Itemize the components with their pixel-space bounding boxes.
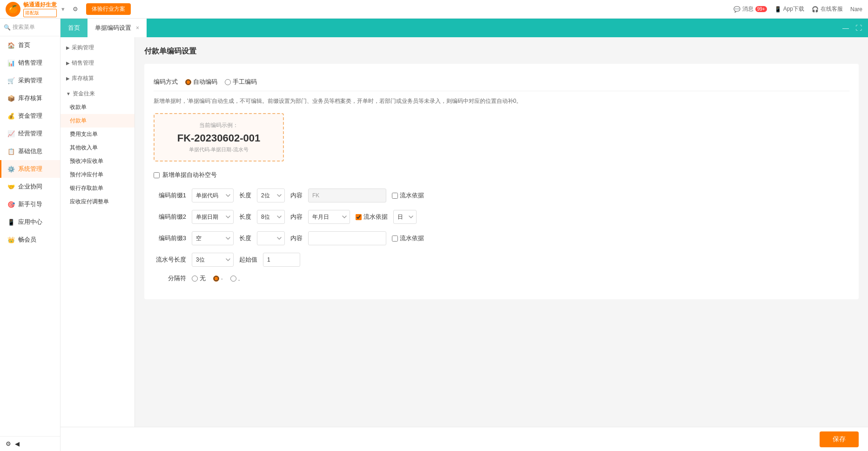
sub-item-payable-adj[interactable]: 应收应付调整单 [61, 195, 135, 209]
tab-setting[interactable]: 单据编码设置 × [87, 19, 147, 37]
separator-dot-radio[interactable]: · [213, 275, 223, 282]
length-3-select[interactable] [257, 231, 285, 245]
sidebar-bottom: ⚙ ◀ [0, 436, 60, 451]
collapse-icon[interactable]: ◀ [15, 440, 20, 447]
search-menu[interactable]: 🔍 搜索菜单 [0, 19, 60, 36]
separator-dot-input[interactable] [213, 276, 219, 282]
sidebar-item-sales[interactable]: 📊 销售管理 [0, 54, 60, 72]
prefix-2-label: 编码前缀2 [154, 213, 186, 221]
serial-1-checkbox-input[interactable] [392, 193, 398, 199]
tab-close-icon[interactable]: × [136, 25, 139, 31]
sidebar-item-base[interactable]: 📋 基础信息 [0, 142, 60, 160]
sidebar-item-collab[interactable]: 🤝 企业协同 [0, 178, 60, 195]
sub-item-bank-deposit[interactable]: 银行存取款单 [61, 182, 135, 195]
separator-row: 分隔符 无 · . [154, 274, 849, 283]
start-value-input[interactable] [263, 253, 300, 267]
serial-2-checkbox-input[interactable] [356, 214, 362, 220]
sidebar-item-guide[interactable]: 🎯 新手引导 [0, 195, 60, 213]
prefix-1-label: 编码前缀1 [154, 191, 186, 200]
tab-expand-icon[interactable]: ⛶ [853, 22, 864, 34]
sub-item-other-income[interactable]: 其他收入单 [61, 141, 135, 155]
sub-group-inventory: ▶ 库存核算 [61, 72, 135, 85]
prefix-3-select[interactable]: 空 [192, 231, 234, 245]
main-content: 付款单编码设置 编码方式 自动编码 手工编码 [135, 37, 868, 427]
info-text: 新增单据时，'单据编码'自动生成，不可编辑。前缀设置为部门、业务员等档案类，开单… [154, 97, 849, 106]
message-button[interactable]: 💬 消息 99+ [733, 5, 767, 13]
separator-none-input[interactable] [192, 276, 198, 282]
length-1-select[interactable]: 2位 [257, 188, 285, 202]
sub-item-prepay-receipt[interactable]: 预收冲应收单 [61, 155, 135, 168]
chevron-down-icon: ▼ [66, 91, 71, 96]
user-name[interactable]: Nare [850, 6, 862, 13]
encode-method-row: 编码方式 自动编码 手工编码 [154, 73, 849, 91]
bottom-bar: 保存 [61, 427, 868, 451]
serial-number-row: 流水号长度 3位 起始值 [154, 253, 849, 267]
settings-bottom-icon[interactable]: ⚙ [6, 440, 11, 447]
separator-none-radio[interactable]: 无 [192, 274, 206, 283]
separator-dash-radio[interactable]: . [230, 275, 240, 282]
serial-2-check[interactable]: 流水依据 [356, 213, 388, 221]
app-download-button[interactable]: 📱 App下载 [774, 5, 804, 13]
auto-code-radio-input[interactable] [185, 79, 191, 85]
sub-group-inventory-header[interactable]: ▶ 库存核算 [61, 72, 135, 85]
sidebar-item-home[interactable]: 🏠 首页 [0, 36, 60, 54]
dropdown-arrow[interactable]: ▾ [61, 6, 65, 13]
sidebar-item-purchase[interactable]: 🛒 采购管理 [0, 72, 60, 89]
serial-2-unit-select[interactable]: 日 [393, 210, 417, 224]
separator-label: 分隔符 [154, 274, 186, 283]
sub-group-funds: ▼ 资金往来 收款单 付款单 费用支出单 其他收入单 预收冲应收单 预付冲应付单… [61, 87, 135, 209]
content-2-select[interactable]: 年月日 [308, 210, 350, 224]
sub-item-payment[interactable]: 付款单 [61, 114, 135, 128]
service-button[interactable]: 🎧 在线客服 [812, 5, 843, 13]
sidebar-nav: 🏠 首页 📊 销售管理 🛒 采购管理 📦 库存核算 💰 资金管理 📈 经 [0, 36, 60, 436]
sub-group-funds-header[interactable]: ▼ 资金往来 [61, 87, 135, 101]
sidebar-item-system[interactable]: ⚙️ 系统管理 [0, 160, 60, 178]
serial-3-check[interactable]: 流水依据 [392, 234, 424, 242]
settings-icon[interactable]: ⚙ [69, 3, 81, 15]
manual-code-radio-input[interactable] [225, 79, 231, 85]
code-preview-box: 当前编码示例： FK-20230602-001 单据代码-单据日期-流水号 [154, 113, 284, 162]
auto-fill-row: 新增单据自动补空号 [154, 171, 849, 179]
inventory-icon: 📦 [7, 94, 15, 102]
serial-3-checkbox-input[interactable] [392, 236, 398, 242]
prefix-1-select[interactable]: 单据代码 [192, 188, 234, 202]
length-2-select[interactable]: 8位 [257, 210, 285, 224]
serial-1-check[interactable]: 流水依据 [392, 191, 424, 200]
auto-fill-label: 新增单据自动补空号 [162, 171, 217, 179]
sidebar-item-operation[interactable]: 📈 经营管理 [0, 125, 60, 142]
system-icon: ⚙️ [7, 165, 15, 173]
sidebar-item-apps[interactable]: 📱 应用中心 [0, 213, 60, 231]
sub-item-prepay-payment[interactable]: 预付冲应付单 [61, 168, 135, 182]
sidebar-item-inventory[interactable]: 📦 库存核算 [0, 89, 60, 107]
sub-sidebar: ▶ 采购管理 ▶ 销售管理 ▶ 库存核算 [61, 37, 135, 427]
prefix-row-1: 编码前缀1 单据代码 长度 2位 内容 流水依据 [154, 188, 849, 202]
auto-code-radio[interactable]: 自动编码 [185, 78, 217, 86]
code-preview-label: 当前编码示例： [166, 121, 272, 129]
app-icon: 📱 [774, 6, 781, 13]
headset-icon: 🎧 [812, 6, 819, 13]
apps-icon: 📱 [7, 218, 15, 226]
sub-group-sales-header[interactable]: ▶ 销售管理 [61, 56, 135, 70]
save-button[interactable]: 保存 [820, 431, 859, 447]
sidebar-item-finance[interactable]: 💰 资金管理 [0, 107, 60, 125]
tab-home[interactable]: 首页 [61, 19, 87, 37]
member-icon: 👑 [7, 236, 15, 244]
content-1-label: 内容 [290, 191, 303, 200]
serial-length-select[interactable]: 3位 [192, 253, 234, 267]
search-icon: 🔍 [4, 24, 11, 31]
manual-code-radio[interactable]: 手工编码 [225, 78, 257, 86]
sub-group-purchase-header[interactable]: ▶ 采购管理 [61, 41, 135, 54]
base-icon: 📋 [7, 147, 15, 155]
chevron-right-icon-3: ▶ [66, 76, 70, 81]
chevron-right-icon: ▶ [66, 45, 70, 50]
separator-dash-input[interactable] [230, 276, 236, 282]
sidebar-item-member[interactable]: 👑 畅会员 [0, 231, 60, 249]
content-3-input[interactable] [308, 231, 386, 245]
tab-minimize-icon[interactable]: — [840, 22, 851, 34]
sub-item-receipt[interactable]: 收款单 [61, 101, 135, 114]
auto-fill-checkbox[interactable] [154, 172, 160, 178]
prefix-3-label: 编码前缀3 [154, 234, 186, 242]
prefix-2-select[interactable]: 单据日期 [192, 210, 234, 224]
sub-item-expense[interactable]: 费用支出单 [61, 128, 135, 141]
industry-button[interactable]: 体验行业方案 [86, 3, 131, 15]
